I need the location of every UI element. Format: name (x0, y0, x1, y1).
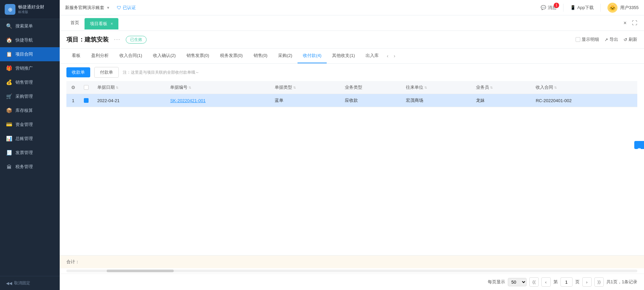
cart-icon: 🛒 (6, 93, 12, 99)
subnav-income-confirm[interactable]: 收入确认(2) (148, 49, 181, 63)
document-link[interactable]: SK-20220421-001 (170, 98, 206, 103)
sidebar-item-marketing[interactable]: 🎁 营销推广 (0, 61, 60, 75)
certified-badge: 🛡 已认证 (117, 5, 136, 11)
sidebar-item-quicknav[interactable]: 🏠 快捷导航 (0, 33, 60, 47)
refresh-button[interactable]: ↺ 刷新 (624, 37, 637, 43)
receipt-tab-button[interactable]: 收款单 (66, 67, 90, 77)
account-selector[interactable]: 新服务官网演示账套 ▼ (65, 5, 110, 11)
table-header-row: ⚙ 单据日期 ⇅ 单据编号 (66, 81, 637, 94)
search-icon: 🔍 (6, 23, 12, 29)
sidebar-item-purchase[interactable]: 🛒 采购管理 (0, 89, 60, 103)
horizontal-scrollbar[interactable] (60, 268, 644, 274)
per-page-select[interactable]: 50 100 200 (508, 278, 527, 286)
tabbar-actions: × ⛶ (622, 19, 639, 27)
subnav-other-payment[interactable]: 其他收支(1) (327, 49, 360, 63)
scrollbar-track (66, 270, 637, 272)
sort-icon: ⇅ (424, 86, 427, 89)
total-label: 合计： (66, 259, 79, 264)
cell-date: 2022-04-21 (93, 94, 166, 107)
subnav-tax-invoice[interactable]: 税务发票(0) (215, 49, 248, 63)
cell-number: SK-20220421-001 (166, 94, 270, 107)
message-button[interactable]: 💬 消息 1 (541, 5, 556, 11)
project-prefix: 项目：建筑安装 (66, 35, 109, 44)
prev-page-button[interactable]: ‹ (541, 277, 551, 287)
sidebar-nav: 🔍 搜索菜单 🏠 快捷导航 📋 项目合同 🎁 营销推广 💰 销售管理 🛒 采购管… (0, 19, 60, 276)
subnav-purchase[interactable]: 采购(2) (273, 49, 298, 63)
sidebar-item-invoice[interactable]: 🧾 发票管理 (0, 146, 60, 160)
scrollbar-thumb[interactable] (107, 270, 174, 272)
cell-biz-type: 应收款 (341, 94, 402, 107)
th-number: 单据编号 ⇅ (166, 81, 270, 94)
subnav-kanban[interactable]: 看板 (66, 49, 86, 63)
sidebar-item-ledger[interactable]: 📊 总账管理 (0, 132, 60, 146)
subnav-prev-icon[interactable]: ‹ (384, 49, 391, 63)
app-download-button[interactable]: 📱 App下载 (570, 5, 594, 11)
tab-project-board[interactable]: 项目看板 × (85, 18, 118, 29)
content-area: 项目：建筑安装 ··· 已生效 显示明细 ↗ 导出 ↺ 刷新 (60, 31, 644, 290)
sidebar-item-tax[interactable]: 🏛 税务管理 (0, 160, 60, 174)
th-settings[interactable]: ⚙ (66, 81, 80, 94)
project-actions: 显示明细 ↗ 导出 ↺ 刷新 (576, 37, 637, 43)
first-page-button[interactable]: ⟨⟨ (529, 277, 539, 287)
subnav-income-contract[interactable]: 收入合同(1) (114, 49, 148, 63)
tab-close-icon[interactable]: × (111, 21, 113, 26)
next-page-button[interactable]: › (582, 277, 592, 287)
cell-index: 1 (66, 94, 80, 107)
sort-icon: ⇅ (554, 86, 557, 89)
subnav-warehouse[interactable]: 出入库 (360, 49, 384, 63)
project-more-button[interactable]: ··· (114, 37, 120, 43)
sidebar-item-project[interactable]: 📋 项目合同 (0, 47, 60, 61)
app-logo-icon: ⊕ (5, 4, 15, 15)
th-type: 单据类型 ⇅ (271, 81, 341, 94)
pagination: 每页显示 50 100 200 ⟨⟨ ‹ 第 1 页 › ⟩⟩ 共1页，1条记录 (60, 274, 644, 290)
subnav-next-icon[interactable]: › (391, 49, 398, 63)
refresh-icon: ↺ (624, 37, 627, 42)
topbar: 新服务官网演示账套 ▼ 🛡 已认证 💬 消息 1 📱 App下载 🐱 用户335… (60, 0, 644, 15)
subnav: 看板 盈利分析 收入合同(1) 收入确认(2) 销售发票(0) 税务发票(0) … (60, 49, 644, 64)
shield-icon: 🛡 (117, 5, 121, 10)
project-header: 项目：建筑安装 ··· 已生效 显示明细 ↗ 导出 ↺ 刷新 (60, 31, 644, 49)
close-window-button[interactable]: × (622, 19, 628, 27)
username: 用户3355 (620, 5, 639, 11)
sidebar-item-search[interactable]: 🔍 搜索菜单 (0, 19, 60, 33)
sidebar-item-finance[interactable]: 💳 资金管理 (0, 118, 60, 132)
th-salesman: 业务员 ⇅ (472, 81, 532, 94)
subnav-sales-invoice[interactable]: 销售发票(0) (181, 49, 215, 63)
tabbar: 首页 项目看板 × × ⛶ (60, 15, 644, 31)
unpin-icon: ◀◀ (6, 281, 12, 286)
row-checkbox[interactable] (84, 98, 89, 103)
cell-type: 蓝单 (271, 94, 341, 107)
payment-tab-button[interactable]: 付款单 (94, 67, 119, 78)
table-row: 1 2022-04-21 SK-20220421-001 蓝单 应收款 宏茂商场… (66, 94, 637, 107)
feedback-button[interactable]: 意见反馈 (634, 141, 644, 149)
last-page-button[interactable]: ⟩⟩ (594, 277, 604, 287)
cell-partner: 宏茂商场 (402, 94, 472, 107)
sidebar-unpin-button[interactable]: ◀◀ 取消固定 (0, 276, 60, 290)
page-number-input[interactable]: 1 (560, 277, 573, 287)
table-container: ⚙ 单据日期 ⇅ 单据编号 (60, 81, 644, 255)
checkbox-icon (576, 37, 580, 42)
sidebar-item-sales[interactable]: 💰 销售管理 (0, 75, 60, 89)
sidebar-item-inventory[interactable]: 📦 库存核算 (0, 103, 60, 118)
fullscreen-button[interactable]: ⛶ (631, 19, 639, 27)
subnav-profit[interactable]: 盈利分析 (86, 49, 114, 63)
data-table: ⚙ 单据日期 ⇅ 单据编号 (66, 81, 637, 107)
gear-icon[interactable]: ⚙ (71, 85, 75, 90)
sort-icon: ⇅ (189, 86, 191, 89)
tab-home[interactable]: 首页 (65, 16, 85, 30)
user-menu[interactable]: 🐱 用户3355 (607, 3, 639, 13)
account-name: 新服务官网演示账套 (65, 5, 104, 11)
sort-icon: ⇅ (116, 86, 118, 89)
sidebar: ⊕ 畅捷通好业财 标准版 🔍 搜索菜单 🏠 快捷导航 📋 项目合同 🎁 营销推广… (0, 0, 60, 290)
th-biz-type: 业务类型 (341, 81, 402, 94)
table-select-all[interactable] (84, 85, 89, 90)
account-arrow-icon: ▼ (106, 6, 110, 10)
topbar-right: 💬 消息 1 📱 App下载 🐱 用户3355 (541, 3, 639, 13)
subnav-payment[interactable]: 收付款(4) (298, 49, 327, 63)
subnav-sales[interactable]: 销售(0) (248, 49, 273, 63)
export-button[interactable]: ↗ 导出 (604, 37, 618, 43)
show-detail-checkbox[interactable]: 显示明细 (576, 37, 599, 43)
export-icon: ↗ (604, 37, 608, 42)
avatar: 🐱 (607, 3, 618, 13)
home-icon: 🏠 (6, 37, 12, 43)
